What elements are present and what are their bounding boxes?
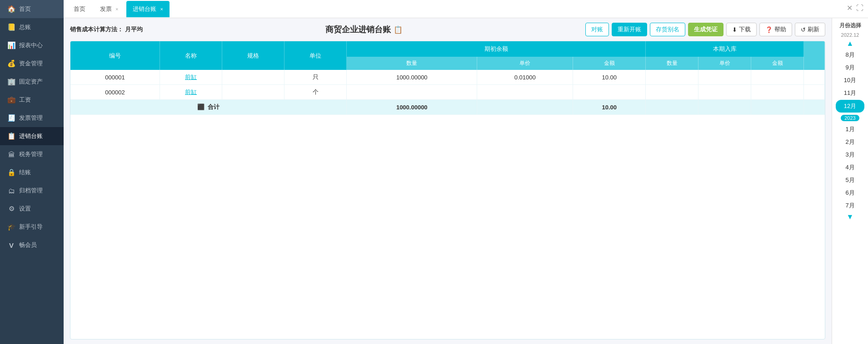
title-icon: 📋: [394, 25, 403, 34]
year-2023-badge: 2023: [841, 115, 859, 121]
top-bar: 销售成本计算方法： 月平均 商贸企业进销台账 📋 对账 重新开账 存货别名 生成…: [70, 23, 825, 36]
cell-more: [804, 70, 825, 85]
data-table-wrapper: 编号 名称 规格 单位 期初余额 本期入库 数量 单价: [70, 41, 825, 339]
generate-voucher-button[interactable]: 生成凭证: [688, 23, 723, 36]
month-item-2[interactable]: 2月: [832, 136, 868, 148]
sidebar: 🏠 首页 📒 总账 📊 报表中心 💰 资金管理 🏢 固定资产 💼 工资 🧾 发票…: [0, 0, 64, 344]
cell-more: [804, 85, 825, 100]
help-icon: ❓: [765, 26, 773, 33]
col-header-more: [804, 41, 825, 70]
save-alias-button[interactable]: 存货别名: [650, 23, 685, 36]
sidebar-item-member[interactable]: V 畅会员: [0, 236, 64, 254]
sidebar-item-salary[interactable]: 💼 工资: [0, 91, 64, 109]
cell-opening-price: [477, 85, 573, 100]
total-label: ⬛ 合计: [70, 100, 347, 115]
month-item-8[interactable]: 8月: [832, 49, 868, 61]
sidebar-item-settings[interactable]: ⚙ 设置: [0, 200, 64, 218]
sidebar-item-invoice-mgmt[interactable]: 🧾 发票管理: [0, 109, 64, 127]
archive-icon: 🗂: [7, 187, 15, 195]
col-header-inbound: 本期入库: [646, 41, 804, 57]
month-item-11[interactable]: 11月: [832, 87, 868, 99]
refresh-button[interactable]: ↺ 刷新: [795, 23, 825, 36]
month-item-7[interactable]: 7月: [832, 199, 868, 212]
sidebar-item-assets[interactable]: 🏢 固定资产: [0, 73, 64, 91]
sidebar-item-archive[interactable]: 🗂 归档管理: [0, 182, 64, 200]
sidebar-item-tax[interactable]: 🏛 税务管理: [0, 145, 64, 163]
sub-header-inbound-amount: 金额: [751, 57, 804, 70]
scroll-down-button[interactable]: ▼: [847, 212, 854, 222]
col-header-opening: 期初余额: [347, 41, 646, 57]
month-item-6[interactable]: 6月: [832, 187, 868, 199]
settings-icon: ⚙: [7, 205, 15, 213]
main-content: 销售成本计算方法： 月平均 商贸企业进销台账 📋 对账 重新开账 存货别名 生成…: [64, 18, 832, 344]
home-icon: 🏠: [7, 5, 15, 13]
sidebar-item-funds[interactable]: 💰 资金管理: [0, 54, 64, 73]
help-button[interactable]: ❓ 帮助: [759, 23, 792, 36]
cell-inbound-qty: [646, 70, 698, 85]
cell-inbound-qty: [646, 85, 698, 100]
tab-purchase-sales[interactable]: 进销台账 ×: [126, 1, 169, 17]
main-wrapper: 首页 发票 × 进销台账 × ✕ ⛶ 销售成本计算方法： 月平均: [64, 0, 868, 344]
month-item-3[interactable]: 3月: [832, 148, 868, 161]
data-table: 编号 名称 规格 单位 期初余额 本期入库 数量 单价: [70, 41, 825, 115]
tax-icon: 🏛: [7, 151, 15, 158]
page-title: 商贸企业进销台账 📋: [325, 24, 403, 35]
cell-code: 000002: [70, 85, 160, 100]
sidebar-item-home[interactable]: 🏠 首页: [0, 0, 64, 18]
sidebar-item-close[interactable]: 🔒 结账: [0, 163, 64, 182]
cell-opening-price: 0.01000: [477, 70, 573, 85]
tab-invoice[interactable]: 发票 ×: [94, 1, 125, 17]
cell-unit: 只: [284, 70, 347, 85]
cost-method: 销售成本计算方法： 月平均: [70, 25, 143, 34]
sub-header-opening-amount: 金额: [573, 57, 646, 70]
total-row: ⬛ 合计 1000.00000 10.00: [70, 100, 825, 115]
total-inbound-price: [698, 100, 751, 115]
cell-inbound-price: [698, 85, 751, 100]
month-item-5[interactable]: 5月: [832, 174, 868, 187]
window-close-button[interactable]: ✕: [847, 4, 853, 12]
table-row: 000001 前缸 只 1000.00000 0.01000 10.00: [70, 70, 825, 85]
scroll-up-button[interactable]: ▲: [847, 39, 854, 49]
tab-purchase-sales-close[interactable]: ×: [160, 6, 163, 12]
month-item-1[interactable]: 1月: [832, 123, 868, 136]
reconcile-button[interactable]: 对账: [585, 23, 609, 36]
cell-name: 前缸: [160, 70, 222, 85]
year-2022-label: 2022.12: [841, 32, 859, 38]
col-header-name: 名称: [160, 41, 222, 70]
ledger-icon: 📒: [7, 23, 15, 31]
total-opening-qty: 1000.00000: [347, 100, 477, 115]
guide-icon: 🎓: [7, 223, 15, 231]
sidebar-item-reports[interactable]: 📊 报表中心: [0, 36, 64, 54]
window-maximize-button[interactable]: ⛶: [856, 4, 863, 12]
cell-name: 前缸: [160, 85, 222, 100]
month-panel-title: 月份选择: [839, 22, 861, 29]
close-period-icon: 🔒: [7, 168, 15, 177]
sidebar-item-purchase-sales[interactable]: 📋 进销台账: [0, 127, 64, 145]
month-item-9[interactable]: 9月: [832, 61, 868, 74]
cell-unit: 个: [284, 85, 347, 100]
sidebar-item-guide[interactable]: 🎓 新手引导: [0, 218, 64, 236]
month-item-4[interactable]: 4月: [832, 161, 868, 174]
month-item-12[interactable]: 12月: [836, 100, 864, 113]
window-controls: ✕ ⛶: [847, 4, 863, 12]
reopen-button[interactable]: 重新开账: [612, 23, 647, 36]
month-item-10[interactable]: 10月: [832, 74, 868, 87]
download-button[interactable]: ⬇ 下载: [726, 23, 757, 36]
invoice-mgmt-icon: 🧾: [7, 114, 15, 122]
total-inbound-amount: [751, 100, 804, 115]
cell-opening-qty: [347, 85, 477, 100]
total-more: [804, 100, 825, 115]
download-icon: ⬇: [732, 26, 737, 33]
cell-opening-qty: 1000.00000: [347, 70, 477, 85]
sub-header-opening-qty: 数量: [347, 57, 477, 70]
refresh-icon: ↺: [801, 26, 806, 33]
funds-icon: 💰: [7, 59, 15, 68]
cell-inbound-amount: [751, 70, 804, 85]
toolbar-buttons: 对账 重新开账 存货别名 生成凭证 ⬇ 下载 ❓ 帮助 ↺: [585, 23, 825, 36]
tab-home[interactable]: 首页: [67, 1, 92, 17]
tab-invoice-close[interactable]: ×: [115, 6, 118, 12]
cell-spec: [222, 70, 284, 85]
sidebar-item-ledger[interactable]: 📒 总账: [0, 18, 64, 36]
cell-opening-amount: [573, 85, 646, 100]
purchase-sales-icon: 📋: [7, 132, 15, 140]
